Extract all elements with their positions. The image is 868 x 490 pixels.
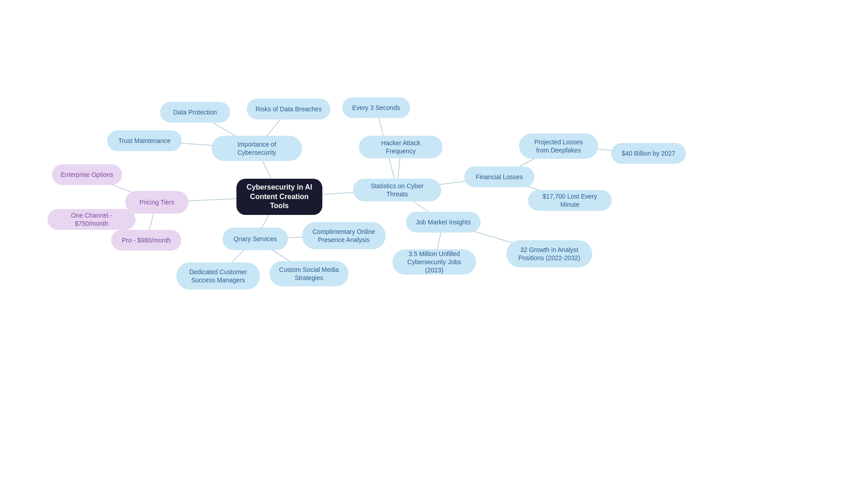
node-one-channel: One Channel - $750/month xyxy=(47,209,136,230)
node-every3: Every 3 Seconds xyxy=(342,97,410,118)
node-data-protection: Data Protection xyxy=(160,102,230,123)
node-projected: Projected Losses from Deepfakes xyxy=(519,133,598,159)
node-35million: 3.5 Million Unfilled Cybersecurity Jobs … xyxy=(392,249,476,275)
node-statistics: Statistics on Cyber Threats xyxy=(353,179,441,201)
node-qnary: Qnary Services xyxy=(222,228,288,250)
node-job-market: Job Market Insights xyxy=(406,212,481,233)
node-enterprise: Enterprise Options xyxy=(52,164,122,185)
node-risks: Risks of Data Breaches xyxy=(247,99,330,119)
node-custom-social: Custom Social Media Strategies xyxy=(269,261,349,286)
node-importance: Importance of Cybersecurity xyxy=(212,136,302,161)
mind-map-container: Cybersecurity in AI Content Creation Too… xyxy=(0,0,868,490)
node-hacker: Hacker Attack Frequency xyxy=(359,136,443,158)
node-trust: Trust Maintenance xyxy=(107,130,182,151)
node-pro: Pro - $980/month xyxy=(111,230,181,251)
center-node: Cybersecurity in AI Content Creation Too… xyxy=(236,179,322,215)
node-32growth: 32 Growth in Analyst Positions (2022-203… xyxy=(506,240,592,267)
node-complimentary: Complimentary Online Presence Analysis xyxy=(302,222,386,249)
node-dedicated: Dedicated Customer Success Managers xyxy=(176,262,260,290)
node-pricing: Pricing Tiers xyxy=(125,191,189,214)
node-17700: $17,700 Lost Every Minute xyxy=(528,190,612,211)
node-financial: Financial Losses xyxy=(464,167,534,187)
node-40billion: $40 Billion by 2027 xyxy=(611,143,686,164)
